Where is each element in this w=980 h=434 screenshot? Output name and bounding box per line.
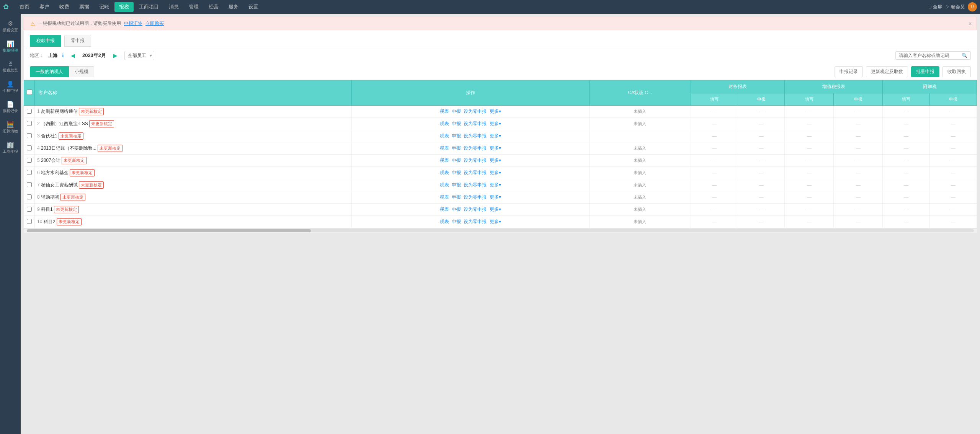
nav-settings[interactable]: 设置 [244, 2, 263, 12]
row-vat-fill: — [785, 106, 834, 118]
row-fin-fill: — [691, 216, 738, 228]
fullscreen-btn[interactable]: □ 全屏 [929, 4, 942, 10]
op-link-3[interactable]: 更多▾ [490, 170, 501, 175]
op-link-1[interactable]: 申报 [452, 219, 461, 224]
notification-link1[interactable]: 申报汇签 [124, 20, 142, 27]
op-link-1[interactable]: 申报 [452, 182, 461, 188]
sidebar-item-annual-settlement[interactable]: 🧮 汇算清缴 [0, 118, 21, 137]
op-link-3[interactable]: 更多▾ [490, 182, 501, 188]
op-link-1[interactable]: 申报 [452, 170, 461, 175]
nav-service[interactable]: 服务 [224, 2, 243, 12]
nav-operations[interactable]: 经营 [204, 2, 223, 12]
nav-bookkeeping[interactable]: 记账 [95, 2, 114, 12]
op-link-0[interactable]: 税表 [440, 158, 449, 163]
op-link-2[interactable]: 设为零申报 [464, 158, 487, 163]
op-link-3[interactable]: 更多▾ [490, 194, 501, 200]
op-link-1[interactable]: 申报 [452, 194, 461, 200]
op-link-1[interactable]: 申报 [452, 207, 461, 212]
op-link-3[interactable]: 更多▾ [490, 121, 501, 126]
th-ca-status: CA状态 C... [589, 80, 691, 106]
date-prev-btn[interactable]: ◀ [69, 52, 77, 59]
op-link-1[interactable]: 申报 [452, 145, 461, 151]
op-link-3[interactable]: 更多▾ [490, 145, 501, 151]
sidebar-item-annual-report[interactable]: 🏢 工商年报 [0, 138, 21, 157]
op-link-0[interactable]: 税表 [440, 121, 449, 126]
row-checkbox-8[interactable] [27, 207, 32, 212]
op-link-0[interactable]: 税表 [440, 194, 449, 200]
op-link-3[interactable]: 更多▾ [490, 109, 501, 114]
row-vat-fill: — [785, 191, 834, 204]
tab-general-taxpayer[interactable]: 一般的纳税人 [30, 66, 69, 77]
op-link-0[interactable]: 税表 [440, 219, 449, 224]
sidebar-item-tax-settings[interactable]: ⚙ 报税设置 [0, 17, 21, 36]
user-avatar[interactable]: U [968, 2, 977, 11]
op-link-1[interactable]: 申报 [452, 109, 461, 114]
tab-zero-declaration[interactable]: 零申报 [64, 35, 91, 47]
tab-tax-declaration[interactable]: 税款申报 [30, 35, 61, 47]
op-link-2[interactable]: 设为零申报 [464, 182, 487, 188]
op-link-3[interactable]: 更多▾ [490, 207, 501, 212]
op-link-1[interactable]: 申报 [452, 121, 461, 126]
sidebar-item-tax-overview[interactable]: 🖥 报税总览 [0, 57, 21, 76]
op-link-0[interactable]: 税表 [440, 133, 449, 139]
row-fin-dec: — [738, 204, 785, 216]
sidebar-item-batch-tax[interactable]: 📊 批量报税 [0, 37, 21, 56]
nav-messages[interactable]: 消息 [164, 2, 183, 12]
op-link-0[interactable]: 税表 [440, 109, 449, 114]
tax-panel: ⚠ 一键报税功能已过试用期，请购买后使用 申报汇签 立即购买 ✕ 税款申报 零申… [24, 17, 977, 233]
sidebar-item-personal-tax[interactable]: 👤 个税申报 [0, 77, 21, 96]
sidebar-label-annual-settlement: 汇算清缴 [3, 129, 18, 134]
nav-home[interactable]: 首页 [15, 2, 34, 12]
op-link-3[interactable]: 更多▾ [490, 158, 501, 163]
declaration-record-btn[interactable]: 申报记录 [835, 66, 863, 77]
scroll-thumb[interactable] [27, 229, 311, 232]
op-link-2[interactable]: 设为零申报 [464, 170, 487, 175]
batch-declare-btn[interactable]: 批量申报 [911, 66, 939, 77]
row-checkbox-2[interactable] [27, 133, 32, 138]
row-checkbox-5[interactable] [27, 170, 32, 175]
info-icon[interactable]: ℹ [62, 53, 64, 58]
nav-tax[interactable]: 报税 [114, 2, 134, 12]
row-checkbox-1[interactable] [27, 121, 32, 126]
nav-invoice[interactable]: 票据 [75, 2, 94, 12]
op-link-3[interactable]: 更多▾ [490, 133, 501, 139]
row-checkbox-3[interactable] [27, 145, 32, 150]
op-link-2[interactable]: 设为零申报 [464, 207, 487, 212]
nav-commerce[interactable]: 工商项目 [134, 2, 163, 12]
member-btn[interactable]: ▷ 畅会员 [945, 4, 965, 10]
nav-billing[interactable]: 收费 [55, 2, 74, 12]
op-link-2[interactable]: 设为零申报 [464, 133, 487, 139]
collect-return-btn[interactable]: 收取回执 [942, 66, 971, 77]
warn-icon: ⚠ [30, 21, 35, 27]
select-all-checkbox[interactable] [27, 90, 32, 95]
op-link-0[interactable]: 税表 [440, 182, 449, 188]
row-checkbox-0[interactable] [27, 109, 32, 114]
nav-manage[interactable]: 管理 [184, 2, 203, 12]
nav-client[interactable]: 客户 [35, 2, 54, 12]
op-link-0[interactable]: 税表 [440, 207, 449, 212]
op-link-2[interactable]: 设为零申报 [464, 145, 487, 151]
tab-small-scale[interactable]: 小规模 [69, 66, 94, 77]
notification-close[interactable]: ✕ [968, 21, 972, 26]
search-icon[interactable]: 🔍 [962, 53, 967, 58]
dept-select[interactable]: 全部员工 [124, 51, 154, 60]
date-next-btn[interactable]: ▶ [111, 52, 120, 59]
row-checkbox-4[interactable] [27, 158, 32, 163]
horizontal-scrollbar[interactable] [24, 228, 977, 233]
sidebar-item-tax-record[interactable]: 📄 报税记录 [0, 98, 21, 116]
op-link-0[interactable]: 税表 [440, 145, 449, 151]
update-tax-btn[interactable]: 更新税定及取数 [866, 66, 908, 77]
row-checkbox-6[interactable] [27, 182, 32, 187]
op-link-1[interactable]: 申报 [452, 133, 461, 139]
op-link-1[interactable]: 申报 [452, 158, 461, 163]
row-checkbox-7[interactable] [27, 194, 32, 199]
op-link-2[interactable]: 设为零申报 [464, 109, 487, 114]
op-link-2[interactable]: 设为零申报 [464, 219, 487, 224]
notification-link2[interactable]: 立即购买 [145, 20, 164, 27]
row-checkbox-9[interactable] [27, 219, 32, 224]
op-link-2[interactable]: 设为零申报 [464, 121, 487, 126]
search-input[interactable] [899, 53, 960, 58]
op-link-0[interactable]: 税表 [440, 170, 449, 175]
op-link-3[interactable]: 更多▾ [490, 219, 501, 224]
op-link-2[interactable]: 设为零申报 [464, 194, 487, 200]
